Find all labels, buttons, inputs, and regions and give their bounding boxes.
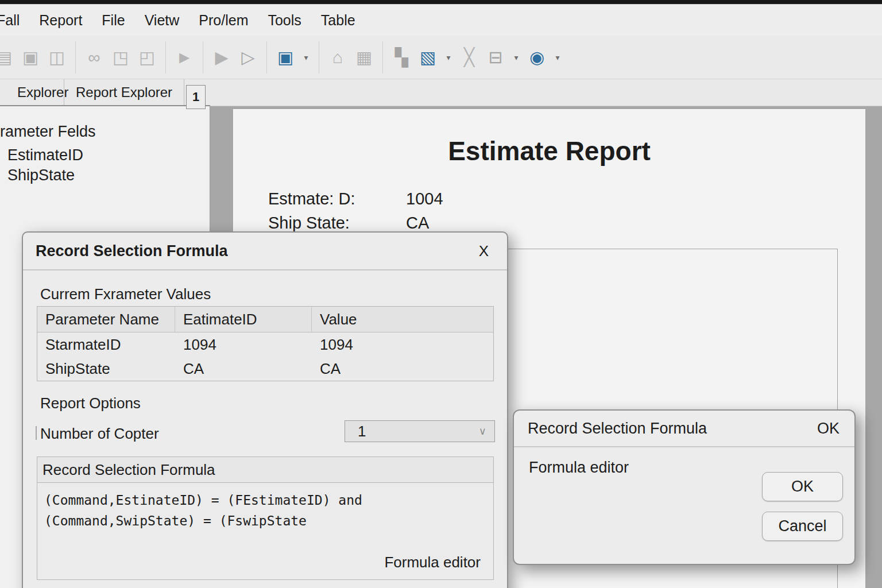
group-sort-icon[interactable]: ⌂ [324,42,351,72]
run-page-icon[interactable]: ▷ [235,42,261,72]
dialog-title: Record Selection Formula [36,242,228,260]
section-icon[interactable]: ▚ [388,42,415,72]
target-icon[interactable]: ◉ [524,42,550,72]
record-selection-formula-section: Record Selection Formula (Command,Estina… [37,457,494,580]
formula-confirm-dialog: Record Selection Formula OK Formula edit… [513,409,856,565]
formula-editor-link[interactable]: Formula editor [384,552,481,572]
close-icon[interactable]: X [475,241,492,261]
page-number-indicator[interactable]: 1 [186,85,206,109]
import-icon[interactable]: ◰ [134,42,160,72]
tab-field-explorer-label: Explorer [17,84,68,100]
formula-section-heading: Record Selection Formula [37,457,493,483]
current-parameter-values-heading: Currem Fxrameter Values [40,285,211,303]
menu-item-fall[interactable]: Fall [0,12,29,29]
cancel-button[interactable]: Cancel [762,512,843,541]
record-selection-formula-dialog: Record Selection Formula X Currem Fxrame… [22,231,508,588]
explorer-tab-strip: Explorer Report Explorer 1 [0,79,882,106]
insert-object-dropdown-icon[interactable]: ▾ [299,53,314,62]
summary-icon[interactable]: ▦ [351,42,377,72]
focus-tick [36,426,37,440]
number-of-copies-select[interactable]: 1 ∨ [345,420,495,442]
link-icon[interactable]: ∞ [81,42,107,72]
tab-report-explorer-label: Report Explorer [76,84,172,100]
table-header-value: Value [312,307,493,332]
parameter-values-table: Parameter Name EatimateID Value Starmate… [37,306,494,381]
dialog-title-bar[interactable]: Record Selection Formula OK [514,411,854,447]
table-cell: StarmateID [37,336,175,354]
toolbar: ▤ ▣ ◫ ∞ ◳ ◰ ► ▶ ▷ ▣ ▾ ⌂ ▦ ▚ ▧ ▾ ╳ ⊟ ▾ ◉ … [0,36,882,79]
format-cross-icon[interactable]: ╳ [456,42,482,72]
window-top-strip [0,0,882,5]
subreport-dropdown-icon[interactable]: ▾ [509,53,524,62]
toolbar-separator [382,41,383,74]
tree-node-parameter-fields[interactable]: rameter Felds [0,123,96,141]
table-cell: 1094 [312,336,493,354]
formula-line: (Command,EstinateID) = (FEstimateID) and [44,490,493,510]
menu-item-problem[interactable]: Pro/lem [189,12,258,29]
report-options-heading: Report Options [40,394,141,412]
table-cell: CA [312,360,493,378]
menu-item-report[interactable]: Report [29,12,92,29]
table-cell: CA [175,360,312,378]
ok-button[interactable]: OK [762,472,843,501]
toolbar-separator [203,41,203,74]
formula-line: (Command,SwipState) = (FswipState [44,510,493,531]
toolbar-separator [75,41,76,74]
tree-node-shipstate[interactable]: ShipState [7,167,75,184]
table-cell: 1094 [175,336,312,354]
number-of-copies-label: Number of Copter [40,425,159,443]
menu-bar: Fall Report File Vietw Pro/lem Tools Tab… [0,5,882,36]
formula-editor-label: Formula editor [529,459,629,477]
table-row[interactable]: ShipState CA CA [37,357,493,381]
toolbar-separator [266,41,267,74]
report-field-value: 1004 [406,189,443,208]
highlight-dropdown-icon[interactable]: ▾ [441,53,456,62]
copy-icon[interactable]: ◫ [44,42,70,72]
dialog-title-bar[interactable]: Record Selection Formula X [23,233,507,270]
table-header-parameter-name: Parameter Name [37,307,175,332]
tree-node-estimateid[interactable]: EstimateID [7,146,83,164]
target-dropdown-icon[interactable]: ▾ [550,53,565,62]
run-icon[interactable]: ▶ [208,42,235,72]
dialog-title: Record Selection Formula [528,420,707,438]
number-of-copies-value: 1 [358,423,366,440]
menu-item-file[interactable]: File [92,12,134,29]
table-row[interactable]: StarmateID 1094 1094 [37,332,493,357]
table-cell: ShipState [37,360,175,378]
titlebar-ok-action[interactable]: OK [817,420,840,438]
chevron-down-icon: ∨ [479,425,486,438]
report-field-label: Estmate: D: [268,189,355,208]
insert-object-icon[interactable]: ▣ [272,42,299,72]
menu-item-tools[interactable]: Tools [258,12,311,29]
save-icon[interactable]: ▣ [17,42,44,72]
toolbar-separator [319,41,319,74]
explorer-tabs: Explorer Report Explorer [0,79,210,106]
app-window: Fall Report File Vietw Pro/lem Tools Tab… [0,0,882,588]
tab-field-explorer[interactable]: Explorer [0,79,64,105]
highlight-icon[interactable]: ▧ [415,42,441,72]
table-header-estimateid: EatimateID [175,307,312,332]
table-header-row: Parameter Name EatimateID Value [37,307,493,332]
toolbar-separator [165,41,166,74]
menu-item-view[interactable]: Vietw [135,12,189,29]
pointer-icon[interactable]: ► [171,42,198,72]
formula-editor-area[interactable]: (Command,EstinateID) = (FEstimateID) and… [37,483,493,579]
subreport-icon[interactable]: ⊟ [482,42,509,72]
report-title: Estimate Report [233,136,865,167]
report-field-label: Ship State: [268,214,350,233]
new-report-icon[interactable]: ▤ [0,42,17,72]
report-field-value: CA [406,214,429,233]
tab-report-explorer[interactable]: Report Explorer [64,79,184,105]
export-icon[interactable]: ◳ [107,42,134,72]
menu-item-table[interactable]: Table [311,12,365,29]
